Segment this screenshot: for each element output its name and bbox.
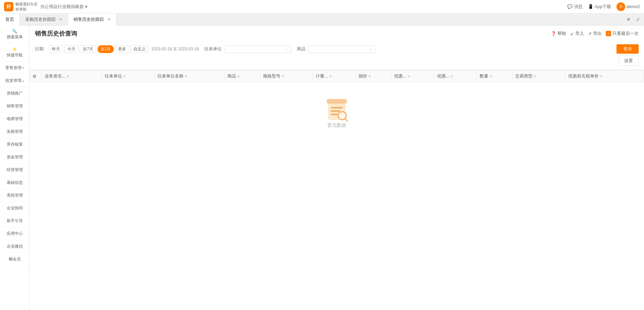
sidebar-item-newcomer[interactable]: 新手引导 — [0, 215, 29, 227]
sidebar-item-purchase-mgmt[interactable]: 采购管理 — [0, 125, 29, 138]
tab-bar-actions: ✕ ⤢ — [625, 16, 644, 23]
sidebar-item-inventory[interactable]: 库存核算 — [0, 138, 29, 151]
sort-icon: ⇅ — [329, 74, 332, 78]
page-title-row: 销售历史价查询 ❓ 帮助 ↙ 导入 ↗ 导出 — [35, 30, 639, 38]
sidebar-item-wholesale-mgmt[interactable]: 批发管理 ▴ — [0, 74, 29, 87]
sidebar-item-quick-nav[interactable]: ⚡ 快捷导航 — [0, 44, 29, 62]
col-goods[interactable]: 商品 ⇅ — [224, 70, 260, 82]
col-settings[interactable]: ⚙ — [30, 70, 42, 82]
sidebar-item-member[interactable]: 畅会员 — [0, 253, 29, 266]
col-partner[interactable]: 往来单位 ⇅ — [102, 70, 154, 82]
avatar: D — [616, 2, 625, 11]
goods-dots[interactable]: ··· — [369, 47, 372, 51]
sidebar-item-enterprise[interactable]: 企业协同 — [0, 202, 29, 215]
sort-icon: ⇅ — [450, 74, 453, 78]
app-download-btn[interactable]: 📱 App下载 — [588, 4, 611, 10]
tab-sales-history[interactable]: 销售历史价跟踪 ✕ — [68, 13, 116, 25]
close-purchase-history-icon[interactable]: ✕ — [59, 17, 62, 22]
sidebar-item-system-mgmt[interactable]: 系统管理 — [0, 189, 29, 202]
maximize-btn[interactable]: ⤢ — [635, 16, 641, 23]
help-btn[interactable]: ❓ 帮助 — [551, 31, 566, 37]
sidebar-item-wechat[interactable]: 企业微信 — [0, 240, 29, 253]
export-icon: ↗ — [588, 31, 592, 36]
col-partner-name[interactable]: 往来单位名称 ⇅ — [155, 70, 225, 82]
date-btn-1month[interactable]: 近1月 — [98, 45, 114, 53]
empty-state: 暂无数据 — [30, 82, 644, 142]
download-icon: 📱 — [588, 4, 593, 9]
col-pretax-price[interactable]: 优惠前无税单价 ⇅ — [565, 70, 644, 82]
page-actions: ❓ 帮助 ↙ 导入 ↗ 导出 ✓ 只看最后一 — [551, 31, 639, 37]
export-btn[interactable]: ↗ 导出 — [588, 31, 602, 37]
sales-history-tab-label: 销售历史价跟踪 — [73, 16, 104, 22]
sidebar-item-sales-mgmt[interactable]: 销售管理 — [0, 100, 29, 113]
col-discount1[interactable]: 优惠... ⇅ — [391, 70, 434, 82]
gear-icon[interactable]: ⚙ — [33, 74, 37, 79]
main-layout: 🔍 搜索菜单 ⚡ 快捷导航 零售管理 ▾ 批发管理 ▴ 营销推广 销售管理 电商… — [0, 25, 644, 310]
home-tab-label: 首页 — [5, 16, 14, 22]
from-unit-dots[interactable]: ··· — [285, 47, 288, 51]
close-sales-history-icon[interactable]: ✕ — [107, 17, 111, 22]
sidebar: 🔍 搜索菜单 ⚡ 快捷导航 零售管理 ▾ 批发管理 ▴ 营销推广 销售管理 电商… — [0, 25, 30, 310]
close-tab-btn[interactable]: ✕ — [625, 16, 632, 23]
page-header: 销售历史价查询 ❓ 帮助 ↙ 导入 ↗ 导出 — [30, 25, 644, 42]
col-discount2[interactable]: 优惠... ⇅ — [434, 70, 477, 82]
top-bar-left: 好 畅捷通好生意 标准版 办公用品行业模拟账套 ▾ — [4, 2, 88, 11]
goods-section: 商品 ··· — [297, 45, 375, 53]
date-btn-7days[interactable]: 近7天 — [80, 45, 96, 53]
sidebar-item-retail-mgmt[interactable]: 零售管理 ▾ — [0, 62, 29, 74]
date-btn-today[interactable]: 今天 — [64, 45, 78, 53]
date-btn-custom[interactable]: 自定义 — [130, 45, 149, 53]
tab-home[interactable]: 首页 — [0, 13, 20, 25]
top-bar-right: 💬 消息 📱 App下载 D demo2 — [567, 2, 640, 11]
sort-icon: ⇅ — [67, 74, 69, 78]
chevron-down-icon: ▾ — [85, 4, 88, 9]
from-unit-field[interactable] — [227, 47, 284, 52]
help-icon: ❓ — [551, 31, 556, 36]
sort-icon: ⇅ — [408, 74, 410, 78]
settings-button[interactable]: 设置 — [619, 56, 639, 66]
logo-text: 畅捷通好生意 标准版 — [15, 2, 38, 11]
goods-input[interactable]: ··· — [308, 45, 375, 53]
col-trade-type[interactable]: 交易类型 ⇅ — [513, 70, 565, 82]
sidebar-item-finance[interactable]: 资金管理 — [0, 151, 29, 164]
sidebar-item-search-menu[interactable]: 🔍 搜索菜单 — [0, 25, 29, 44]
logo-area: 好 畅捷通好生意 标准版 — [4, 2, 38, 11]
sidebar-item-operations[interactable]: 经营管理 — [0, 164, 29, 176]
query-button[interactable]: 查询 — [616, 44, 639, 54]
search-icon: 🔍 — [12, 29, 17, 34]
goods-field[interactable] — [311, 47, 368, 52]
date-btn-more[interactable]: 更多 — [115, 45, 129, 53]
svg-rect-1 — [327, 99, 347, 104]
tab-purchase-history[interactable]: 采购历史价跟踪 ✕ — [20, 13, 68, 25]
sidebar-item-app-center[interactable]: 应用中心 — [0, 227, 29, 240]
svg-rect-3 — [331, 110, 340, 112]
col-price[interactable]: 报价 ⇅ — [356, 70, 391, 82]
filter-area: 日期 昨天 今天 近7天 近1月 更多 自定义 2023-02-18 至 202… — [30, 42, 644, 70]
sort-icon: ⇅ — [534, 74, 536, 78]
user-menu[interactable]: D demo2 — [616, 2, 640, 11]
col-unit[interactable]: 计量... ⇅ — [313, 70, 356, 82]
import-btn[interactable]: ↙ 导入 — [570, 31, 584, 37]
only-last-toggle[interactable]: ✓ 只看最后一次 — [606, 31, 639, 37]
sidebar-item-marketing[interactable]: 营销推广 — [0, 87, 29, 100]
app-selector[interactable]: 办公用品行业模拟账套 ▾ — [40, 4, 88, 10]
message-icon: 💬 — [567, 4, 573, 9]
date-btn-yesterday[interactable]: 昨天 — [49, 45, 63, 53]
svg-rect-2 — [331, 107, 343, 108]
date-range: 2023-02-18 至 2023-03-18 — [151, 46, 199, 52]
col-business-date[interactable]: 业务发生... ⇅ — [42, 70, 102, 82]
svg-rect-4 — [331, 114, 337, 115]
message-btn[interactable]: 💬 消息 — [567, 4, 583, 10]
from-unit-input[interactable]: ··· — [224, 45, 291, 53]
col-qty[interactable]: 数量 ⇅ — [477, 70, 513, 82]
from-unit-section: 往来单位 ··· — [204, 45, 291, 53]
sidebar-item-ecommerce[interactable]: 电商管理 — [0, 113, 29, 125]
filter-row: 日期 昨天 今天 近7天 近1月 更多 自定义 2023-02-18 至 202… — [35, 44, 639, 54]
from-unit-label: 往来单位 — [204, 46, 222, 52]
col-spec[interactable]: 规格型号 ⇅ — [260, 70, 313, 82]
goods-label: 商品 — [297, 46, 306, 52]
sort-icon: ⇅ — [489, 74, 492, 78]
sidebar-item-basic-info[interactable]: 基础信息 — [0, 176, 29, 189]
data-table: ⚙ 业务发生... ⇅ 往来单位 ⇅ — [30, 70, 644, 82]
purchase-history-tab-label: 采购历史价跟踪 — [25, 16, 56, 22]
